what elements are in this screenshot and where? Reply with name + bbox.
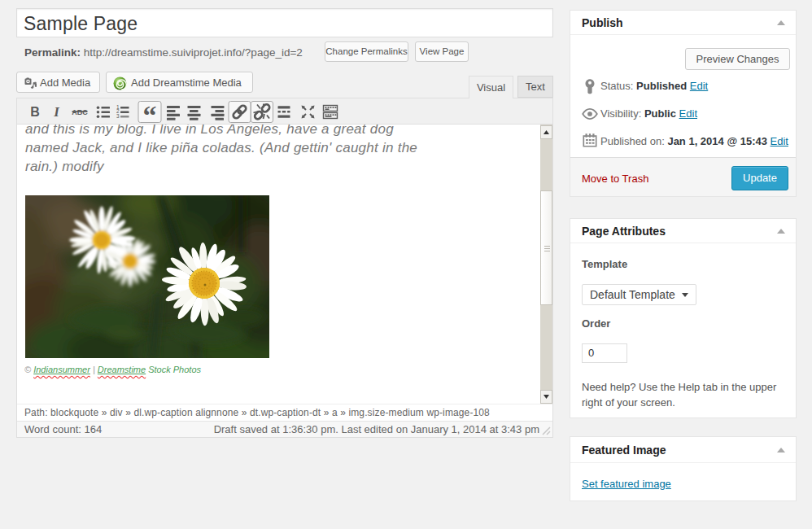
svg-text:I: I xyxy=(53,104,60,120)
svg-text:“: “ xyxy=(143,100,157,125)
svg-text:3: 3 xyxy=(116,113,120,119)
svg-text:B: B xyxy=(30,105,40,119)
